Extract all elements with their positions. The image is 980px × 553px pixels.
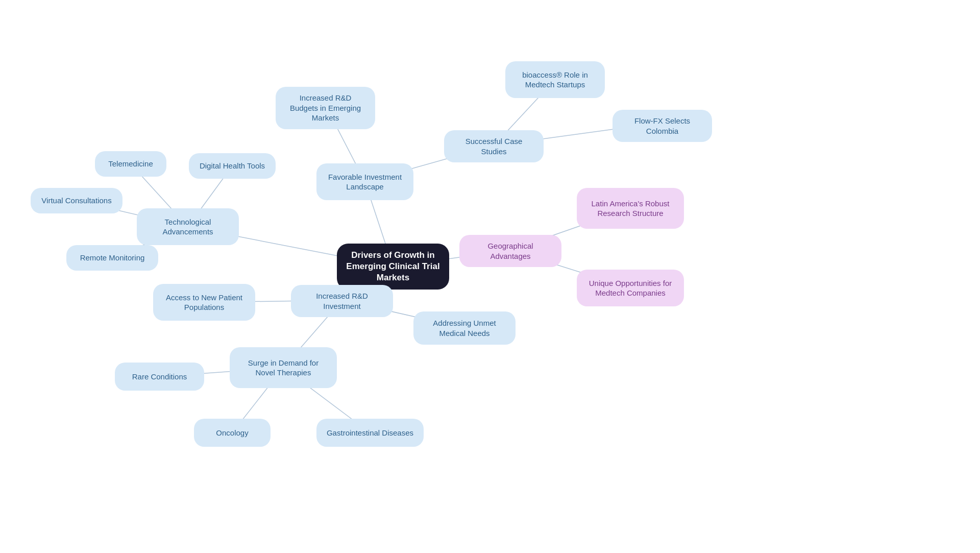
node-addressUnmet[interactable]: Addressing Unmet Medical Needs	[413, 311, 516, 345]
node-latAm[interactable]: Latin America's Robust Research Structur…	[577, 188, 684, 229]
node-digitalHealth[interactable]: Digital Health Tools	[189, 153, 276, 179]
node-incRDInvest[interactable]: Increased R&D Investment	[291, 285, 393, 317]
node-bioaccess[interactable]: bioaccess® Role in Medtech Startups	[505, 61, 605, 98]
node-oncology[interactable]: Oncology	[194, 419, 271, 447]
node-successCase[interactable]: Successful Case Studies	[444, 130, 544, 162]
node-surgeNovel[interactable]: Surge in Demand for Novel Therapies	[230, 347, 337, 388]
node-flowFX[interactable]: Flow-FX Selects Colombia	[612, 110, 712, 142]
node-techAdv[interactable]: Technological Advancements	[137, 208, 239, 245]
node-gastro[interactable]: Gastrointestinal Diseases	[316, 419, 424, 447]
node-center[interactable]: Drivers of Growth in Emerging Clinical T…	[337, 244, 449, 290]
node-rareConditions[interactable]: Rare Conditions	[115, 363, 204, 391]
node-accessPatient[interactable]: Access to New Patient Populations	[153, 284, 255, 321]
node-favInvest[interactable]: Favorable Investment Landscape	[316, 163, 413, 200]
node-geoAdv[interactable]: Geographical Advantages	[459, 235, 561, 267]
node-virtualConsult[interactable]: Virtual Consultations	[31, 188, 122, 213]
node-telemedicine[interactable]: Telemedicine	[95, 151, 166, 177]
node-increasedRD[interactable]: Increased R&D Budgets in Emerging Market…	[276, 87, 375, 129]
mindmap-container: Drivers of Growth in Emerging Clinical T…	[0, 0, 980, 553]
connections-svg	[0, 0, 980, 553]
node-uniqueOpp[interactable]: Unique Opportunities for Medtech Compani…	[577, 270, 684, 306]
node-remoteMonitor[interactable]: Remote Monitoring	[66, 245, 158, 271]
